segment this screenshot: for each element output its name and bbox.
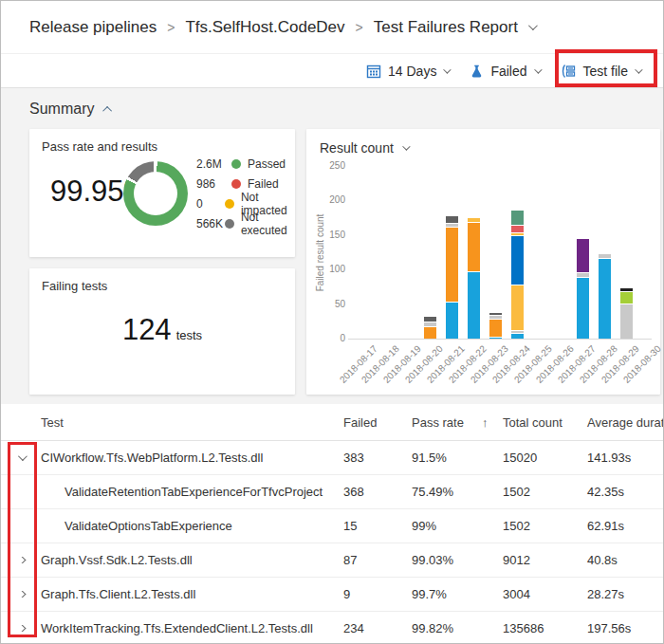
calendar-icon [366,64,381,79]
summary-collapse-toggle[interactable]: Summary [29,98,112,120]
bar-segment-lightgray [599,254,611,258]
legend-value: 986 [196,177,231,191]
table-row[interactable]: ValidateRetentionTabExperienceForTfvcPro… [1,475,663,509]
column-header-pass-rate[interactable]: Pass rate [409,415,479,430]
legend-value: 566K [196,217,225,230]
column-header-test[interactable]: Test [39,415,341,430]
average-duration-cell: 141.93s [584,451,663,465]
bar-segment-lightgray [424,322,436,326]
legend-item-passed: 2.6MPassed [196,154,295,174]
sort-ascending-icon[interactable]: ↑ [479,415,500,430]
table-row[interactable]: Graph.Tfs.Client.L2.Tests.dll999.7%30042… [1,578,663,612]
average-duration-cell: 42.35s [584,485,663,499]
results-legend: 2.6MPassed986Failed0Not impacted566KNot … [196,154,295,233]
pass-rate-cell: 91.5% [409,451,479,465]
table-row[interactable]: Graph.Vssf.Sdk.L2.Tests.dll8799.03%90124… [1,543,663,578]
expand-row-button[interactable] [1,557,39,563]
total-count-cell: 3004 [500,587,584,601]
test-name-cell[interactable]: CIWorkflow.Tfs.WebPlatform.L2.Tests.dll [39,451,341,465]
bar-segment-cyan [446,303,458,339]
period-filter[interactable]: 14 Days [366,64,449,79]
breadcrumb-separator-icon: > [167,20,175,35]
stacked-bar-2018-08-23 [489,313,502,339]
legend-item-not-executed: 566KNot executed [196,213,295,233]
failing-tests-count: 124 [122,313,172,346]
result-count-card: Result count Failed result count 0501001… [306,129,660,395]
chevron-right-icon [17,591,27,598]
table-row[interactable]: ValidateOptionsTabExperience1599%150262.… [1,509,663,543]
pass-rate-cell: 99.03% [409,553,479,567]
legend-dot-icon [225,199,234,209]
group-by-filter-label: Test file [583,64,628,79]
test-name-cell[interactable]: WorkItemTracking.Tfs.ExtendedClient.L2.T… [39,621,341,635]
y-axis-tick-label: 250 [306,160,345,171]
pass-rate-cell: 99.82% [409,621,479,635]
chevron-down-icon [444,65,452,73]
bar-segment-darkgray [489,313,502,315]
x-axis-line [348,339,652,340]
bar-segment-darkgray [446,216,458,223]
outcome-filter[interactable]: Failed [470,64,539,79]
test-name-cell[interactable]: ValidateOptionsTabExperience [39,519,341,533]
table-row[interactable]: WorkItemTracking.Tfs.ExtendedClient.L2.T… [1,612,663,644]
table-row[interactable]: CIWorkflow.Tfs.WebPlatform.L2.Tests.dll3… [1,441,663,475]
bar-segment-red [511,226,524,232]
column-header-failed[interactable]: Failed [341,415,409,430]
legend-value: 0 [196,197,225,211]
bar-segment-lightgray [511,331,524,333]
average-duration-cell: 197.56s [584,621,663,635]
y-axis-tick-label: 50 [306,299,345,309]
column-header-average-duration[interactable]: Average duration [584,415,663,430]
bar-segment-amber [511,233,524,235]
summary-section: Summary Pass rate and results 99.95% 2.6… [1,88,663,404]
chevron-down-icon[interactable] [528,21,538,30]
total-count-cell: 1502 [500,519,584,533]
average-duration-cell: 62.91s [584,519,663,533]
bar-segment-amber [511,285,524,330]
stacked-bar-2018-08-29 [620,288,633,339]
bar-segment-amber [468,218,480,222]
stacked-bar-2018-08-28 [599,254,611,339]
chevron-up-icon [103,105,113,115]
expand-row-button[interactable] [1,591,39,598]
bar-segment-lightgray [620,304,633,339]
pass-rate-card-title: Pass rate and results [42,139,157,154]
stacked-bar-2018-08-27 [577,239,589,339]
legend-dot-icon [231,159,241,169]
total-count-cell: 15020 [500,451,584,465]
bar-segment-orange [446,228,458,302]
group-by-filter[interactable]: Test file [561,64,640,79]
bar-segment-lightgray [489,316,502,319]
outcome-filter-label: Failed [490,64,526,79]
expand-row-button[interactable] [1,625,39,632]
bar-segment-darkgray [424,317,436,322]
bar-segment-lightgray [446,224,458,227]
collapse-row-button[interactable] [1,454,39,461]
breadcrumb-pipeline[interactable]: Tfs.SelfHost.CodeDev [185,18,344,37]
average-duration-cell: 40.8s [584,553,663,567]
bar-segment-blue [511,236,524,285]
pass-rate-cell: 75.49% [409,485,479,499]
table-body: CIWorkflow.Tfs.WebPlatform.L2.Tests.dll3… [1,441,663,644]
column-header-total-count[interactable]: Total count [500,415,584,430]
bar-segment-purple [577,239,589,272]
total-count-cell: 9012 [500,553,584,567]
chevron-down-icon [635,65,642,73]
chevron-down-icon [534,65,542,73]
group-by-icon [561,64,577,79]
test-name-cell[interactable]: ValidateRetentionTabExperienceForTfvcPro… [39,485,341,499]
bar-segment-green [511,211,524,225]
stacked-bar-2018-08-24 [511,211,524,339]
legend-dot-icon [231,179,241,189]
legend-dot-icon [225,219,234,229]
test-name-cell[interactable]: Graph.Vssf.Sdk.L2.Tests.dll [39,553,341,567]
stacked-bar-chart: Failed result count 0501001502002502018-… [306,129,660,395]
breadcrumb: Release pipelines > Tfs.SelfHost.CodeDev… [1,1,663,54]
pass-rate-cell: 99.7% [409,587,479,601]
test-name-cell[interactable]: Graph.Tfs.Client.L2.Tests.dll [39,587,341,601]
failed-cell: 368 [341,485,409,499]
breadcrumb-release-pipelines[interactable]: Release pipelines [29,18,157,37]
stacked-bar-2018-08-20 [424,317,436,339]
stacked-bar-2018-08-22 [468,218,480,339]
breadcrumb-report[interactable]: Test Failures Report [374,18,518,37]
